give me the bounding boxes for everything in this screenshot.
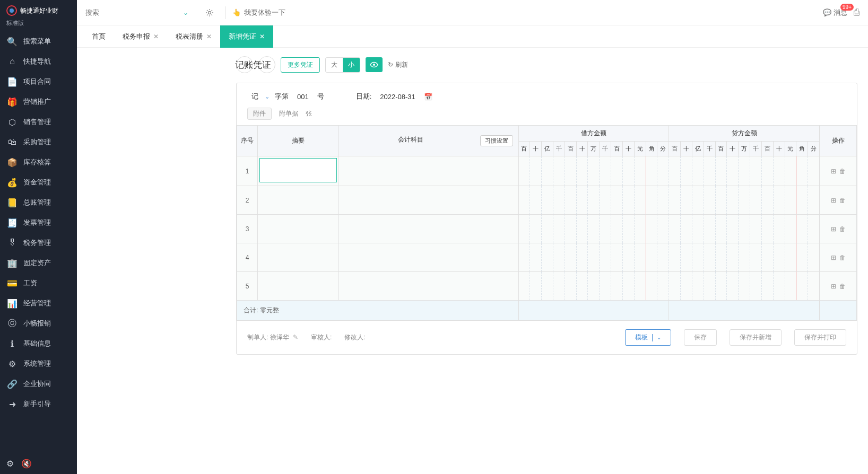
digit-cell[interactable]	[796, 215, 808, 243]
digit-cell[interactable]	[692, 215, 704, 243]
digit-cell[interactable]	[669, 215, 681, 243]
sidebar-item-12[interactable]: 💳工资	[0, 273, 77, 293]
digit-cell[interactable]	[761, 186, 773, 215]
search-dropdown-icon[interactable]: ⌄	[179, 9, 193, 16]
digit-cell[interactable]	[565, 186, 576, 215]
digit-cell[interactable]	[704, 215, 715, 243]
digit-cell[interactable]	[715, 243, 727, 272]
digit-cell[interactable]	[565, 215, 576, 243]
digit-cell[interactable]	[808, 243, 820, 272]
copy-row-icon[interactable]: ⊞	[831, 168, 836, 175]
digit-cell[interactable]	[669, 272, 681, 301]
account-cell[interactable]	[339, 215, 518, 243]
sidebar-item-13[interactable]: 📊经营管理	[0, 293, 77, 313]
digit-cell[interactable]	[750, 215, 762, 243]
voucher-type-select[interactable]: 记 ⌄	[247, 91, 270, 102]
digit-cell[interactable]	[739, 243, 750, 272]
digit-cell[interactable]	[657, 272, 669, 301]
digit-cell[interactable]	[622, 186, 634, 215]
digit-cell[interactable]	[542, 243, 553, 272]
digit-cell[interactable]	[646, 272, 657, 301]
digit-cell[interactable]	[600, 186, 611, 215]
digit-cell[interactable]	[715, 215, 727, 243]
digit-cell[interactable]	[704, 186, 715, 215]
more-voucher-button[interactable]: 更多凭证	[281, 57, 320, 73]
edit-maker-icon[interactable]: ✎	[293, 333, 298, 341]
digit-cell[interactable]	[808, 272, 820, 301]
digit-cell[interactable]	[669, 243, 681, 272]
digit-cell[interactable]	[646, 156, 657, 186]
digit-cell[interactable]	[773, 243, 785, 272]
tab-3[interactable]: 新增凭证✕	[220, 25, 273, 48]
message-button[interactable]: 💬 消息 99+	[819, 8, 852, 17]
account-cell[interactable]	[339, 186, 518, 215]
digit-cell[interactable]	[692, 272, 704, 301]
summary-cell[interactable]	[258, 272, 339, 301]
digit-cell[interactable]	[808, 186, 820, 215]
digit-cell[interactable]	[704, 272, 715, 301]
digit-cell[interactable]	[530, 156, 542, 186]
preview-button[interactable]	[366, 57, 383, 72]
sidebar-item-15[interactable]: ℹ基础信息	[0, 333, 77, 354]
digit-cell[interactable]	[634, 215, 646, 243]
sidebar-item-10[interactable]: 🎖税务管理	[0, 233, 77, 253]
digit-cell[interactable]	[600, 243, 611, 272]
digit-cell[interactable]	[634, 186, 646, 215]
digit-cell[interactable]	[785, 156, 796, 186]
voucher-number[interactable]: 001	[294, 92, 312, 102]
digit-cell[interactable]	[518, 272, 530, 301]
digit-cell[interactable]	[739, 186, 750, 215]
habit-settings-button[interactable]: 习惯设置	[480, 135, 513, 146]
digit-cell[interactable]	[553, 272, 565, 301]
digit-cell[interactable]	[588, 215, 600, 243]
digit-cell[interactable]	[588, 156, 600, 186]
digit-cell[interactable]	[646, 186, 657, 215]
digit-cell[interactable]	[553, 243, 565, 272]
digit-cell[interactable]	[518, 156, 530, 186]
digit-cell[interactable]	[542, 272, 553, 301]
digit-cell[interactable]	[796, 243, 808, 272]
digit-cell[interactable]	[530, 243, 542, 272]
digit-cell[interactable]	[669, 156, 681, 186]
digit-cell[interactable]	[565, 156, 576, 186]
digit-cell[interactable]	[542, 186, 553, 215]
digit-cell[interactable]	[761, 272, 773, 301]
account-cell[interactable]	[339, 272, 518, 301]
digit-cell[interactable]	[796, 272, 808, 301]
digit-cell[interactable]	[611, 215, 623, 243]
digit-cell[interactable]	[681, 215, 692, 243]
digit-cell[interactable]	[518, 215, 530, 243]
settings-icon[interactable]: ⚙	[6, 459, 14, 469]
digit-cell[interactable]	[727, 215, 739, 243]
digit-cell[interactable]	[750, 186, 762, 215]
digit-cell[interactable]	[692, 186, 704, 215]
digit-cell[interactable]	[773, 272, 785, 301]
save-print-button[interactable]: 保存并打印	[794, 329, 846, 346]
digit-cell[interactable]	[692, 156, 704, 186]
refresh-button[interactable]: ↻ 刷新	[388, 60, 408, 69]
digit-cell[interactable]	[715, 156, 727, 186]
digit-cell[interactable]	[646, 215, 657, 243]
copy-row-icon[interactable]: ⊞	[831, 225, 836, 233]
digit-cell[interactable]	[808, 156, 820, 186]
digit-cell[interactable]	[785, 186, 796, 215]
summary-cell[interactable]	[258, 243, 339, 272]
digit-cell[interactable]	[785, 215, 796, 243]
digit-cell[interactable]	[785, 243, 796, 272]
digit-cell[interactable]	[611, 272, 623, 301]
digit-cell[interactable]	[634, 243, 646, 272]
digit-cell[interactable]	[530, 215, 542, 243]
digit-cell[interactable]	[657, 186, 669, 215]
tab-0[interactable]: 首页	[83, 25, 114, 48]
digit-cell[interactable]	[576, 215, 588, 243]
digit-cell[interactable]	[715, 272, 727, 301]
digit-cell[interactable]	[773, 215, 785, 243]
digit-cell[interactable]	[692, 243, 704, 272]
digit-cell[interactable]	[600, 156, 611, 186]
digit-cell[interactable]	[681, 272, 692, 301]
digit-cell[interactable]	[576, 186, 588, 215]
gear-icon[interactable]	[200, 8, 219, 17]
digit-cell[interactable]	[622, 272, 634, 301]
delete-row-icon[interactable]: 🗑	[839, 197, 846, 204]
digit-cell[interactable]	[808, 215, 820, 243]
